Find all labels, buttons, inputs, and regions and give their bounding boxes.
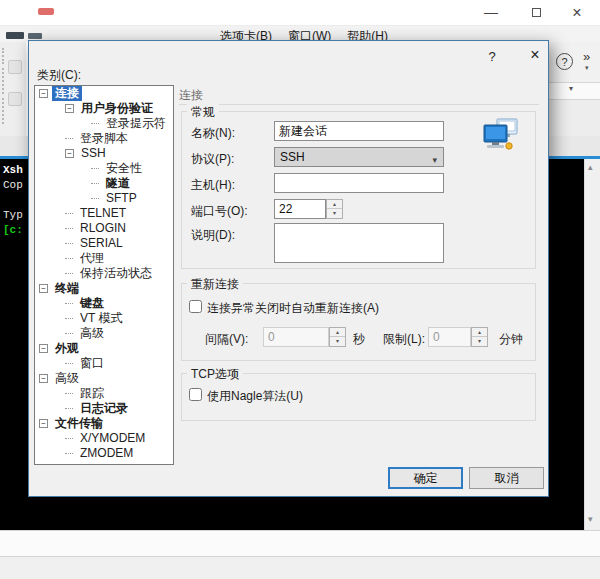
tree-item[interactable]: 隧道 bbox=[35, 176, 173, 191]
tree-expander-icon[interactable]: − bbox=[39, 344, 48, 353]
tree-item[interactable]: 键盘 bbox=[35, 296, 173, 311]
tree-item[interactable]: RLOGIN bbox=[35, 221, 173, 236]
name-input[interactable] bbox=[274, 121, 444, 141]
chevron-down-icon[interactable]: ▾ bbox=[585, 64, 589, 72]
toolbar-overflow-icon[interactable]: » bbox=[583, 49, 590, 64]
window-minimize-button[interactable]: — bbox=[476, 3, 506, 22]
tree-item[interactable]: −高级 bbox=[35, 371, 173, 386]
send-text-bar: >_ ▾ ≡ bbox=[0, 530, 600, 557]
limit-unit: 分钟 bbox=[499, 331, 523, 348]
toolbar-icon-partial bbox=[6, 32, 24, 39]
reconnect-checkbox[interactable] bbox=[189, 300, 202, 313]
toolbar-button[interactable] bbox=[8, 60, 22, 74]
tree-item[interactable]: 保持活动状态 bbox=[35, 266, 173, 281]
tree-item[interactable]: −连接 bbox=[35, 86, 173, 101]
tree-item[interactable]: VT 模式 bbox=[35, 311, 173, 326]
dialog-close-icon[interactable]: × bbox=[523, 46, 547, 65]
spin-up-icon[interactable]: ▴ bbox=[327, 200, 342, 209]
tree-item[interactable]: SERIAL bbox=[35, 236, 173, 251]
tree-item-label: 连接 bbox=[52, 86, 82, 101]
reconnect-group-label: 重新连接 bbox=[187, 276, 243, 293]
spin-up-icon[interactable]: ▴ bbox=[330, 328, 345, 337]
limit-input[interactable] bbox=[428, 327, 471, 347]
tree-item[interactable]: TELNET bbox=[35, 206, 173, 221]
nagle-checkbox[interactable] bbox=[189, 388, 202, 401]
tree-connector bbox=[65, 228, 73, 229]
toolbar-grip bbox=[2, 48, 5, 64]
ok-button[interactable]: 确定 bbox=[388, 467, 463, 489]
spin-down-icon[interactable]: ▾ bbox=[330, 337, 345, 346]
tree-item[interactable]: −终端 bbox=[35, 281, 173, 296]
terminal-line: Typ bbox=[3, 208, 23, 223]
cancel-button[interactable]: 取消 bbox=[469, 467, 544, 489]
tree-item-label: 高级 bbox=[77, 326, 107, 341]
port-label: 端口号(O): bbox=[191, 203, 248, 220]
terminal-line: Cop bbox=[3, 178, 23, 193]
port-spinner: ▴ ▾ bbox=[326, 199, 343, 219]
tree-expander-icon[interactable]: − bbox=[65, 104, 74, 113]
description-label: 说明(D): bbox=[191, 227, 235, 244]
port-input[interactable] bbox=[274, 199, 326, 219]
tree-item[interactable]: 登录脚本 bbox=[35, 131, 173, 146]
limit-spinner: ▴ ▾ bbox=[471, 327, 488, 347]
chevron-down-icon[interactable]: ▾ bbox=[569, 84, 573, 93]
interval-unit: 秒 bbox=[353, 331, 365, 348]
tree-item[interactable]: 登录提示符 bbox=[35, 116, 173, 131]
scroll-down-icon[interactable]: ▾ bbox=[588, 514, 593, 524]
help-icon[interactable]: ? bbox=[556, 53, 573, 70]
tree-item[interactable]: X/YMODEM bbox=[35, 431, 173, 446]
tree-item-label: 窗口 bbox=[77, 356, 107, 371]
protocol-select[interactable]: SSH ▾ bbox=[274, 147, 444, 167]
tree-item-label: SFTP bbox=[103, 191, 140, 206]
tree-item[interactable]: SFTP bbox=[35, 191, 173, 206]
toolbar-button[interactable] bbox=[8, 92, 22, 106]
tree-item[interactable]: −用户身份验证 bbox=[35, 101, 173, 116]
tree-item[interactable]: 高级 bbox=[35, 326, 173, 341]
tree-item-label: ZMODEM bbox=[77, 446, 136, 461]
scroll-up-icon[interactable]: ▴ bbox=[588, 162, 593, 172]
window-maximize-button[interactable] bbox=[521, 3, 551, 22]
tree-item[interactable]: 安全性 bbox=[35, 161, 173, 176]
tree-connector bbox=[65, 408, 73, 409]
nagle-checkbox-label: 使用Nagle算法(U) bbox=[207, 388, 303, 405]
tree-item-label: 保持活动状态 bbox=[77, 266, 155, 281]
tree-item[interactable]: 日志记录 bbox=[35, 401, 173, 416]
tree-expander-icon[interactable]: − bbox=[39, 284, 48, 293]
toolbar-icon-partial bbox=[28, 33, 42, 39]
window-close-button[interactable]: × bbox=[562, 3, 592, 22]
spin-up-icon[interactable]: ▴ bbox=[472, 328, 487, 337]
tree-item[interactable]: −文件传输 bbox=[35, 416, 173, 431]
tree-expander-icon[interactable]: − bbox=[39, 419, 48, 428]
interval-input[interactable] bbox=[263, 327, 329, 347]
general-group-label: 常规 bbox=[187, 104, 219, 121]
terminal-line: Xsh bbox=[3, 163, 23, 178]
tree-item[interactable]: ZMODEM bbox=[35, 446, 173, 461]
tree-item-label: 键盘 bbox=[77, 296, 107, 311]
tree-connector bbox=[65, 273, 73, 274]
tree-item-label: VT 模式 bbox=[77, 311, 125, 326]
host-input[interactable] bbox=[274, 173, 444, 193]
tree-item[interactable]: 跟踪 bbox=[35, 386, 173, 401]
tree-connector bbox=[65, 303, 73, 304]
tree-item-label: 登录提示符 bbox=[103, 116, 169, 131]
spin-down-icon[interactable]: ▾ bbox=[472, 337, 487, 346]
tree-expander-icon[interactable]: − bbox=[65, 149, 74, 158]
tree-connector bbox=[65, 243, 73, 244]
tree-item[interactable]: 窗口 bbox=[35, 356, 173, 371]
description-textarea[interactable] bbox=[274, 223, 444, 263]
terminal-scrollbar[interactable] bbox=[584, 159, 600, 530]
tree-item[interactable]: −SSH bbox=[35, 146, 173, 161]
tree-connector bbox=[65, 138, 73, 139]
tree-expander-icon[interactable]: − bbox=[39, 374, 48, 383]
tree-item-label: 登录脚本 bbox=[77, 131, 131, 146]
protocol-value: SSH bbox=[280, 150, 305, 164]
category-tree[interactable]: −连接−用户身份验证登录提示符登录脚本−SSH安全性隧道SFTPTELNETRL… bbox=[34, 85, 174, 465]
protocol-label: 协议(P): bbox=[191, 151, 234, 168]
tree-item[interactable]: 代理 bbox=[35, 251, 173, 266]
tree-connector bbox=[91, 198, 99, 199]
dialog-help-icon[interactable]: ? bbox=[481, 49, 503, 66]
tree-item[interactable]: −外观 bbox=[35, 341, 173, 356]
spin-down-icon[interactable]: ▾ bbox=[327, 209, 342, 218]
tree-expander-icon[interactable]: − bbox=[39, 89, 48, 98]
category-label: 类别(C): bbox=[37, 67, 81, 84]
